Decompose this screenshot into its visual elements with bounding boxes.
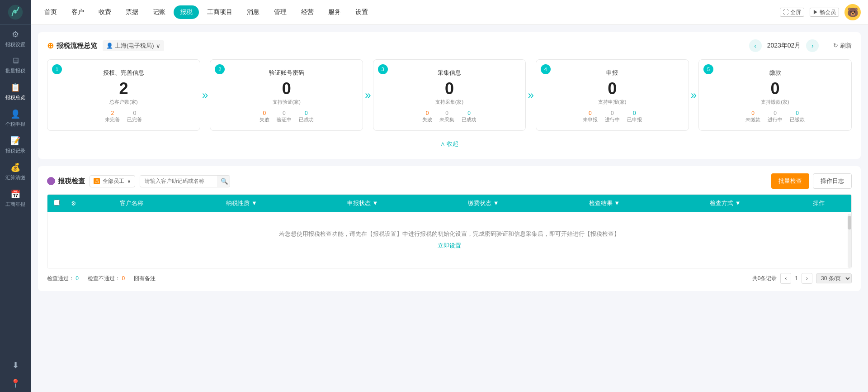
stat-item[interactable]: 0 未采集 (439, 110, 454, 123)
sidebar: ⚙ 报税设置 🖥 批量报税 📋 报税总览 👤 个税申报 📝 报税记录 💰 汇算清… (0, 0, 31, 392)
next-month-btn[interactable]: › (806, 39, 819, 52)
step-big-num-3: 0 (381, 81, 519, 97)
nav-item-accounting[interactable]: 记账 (146, 5, 172, 19)
header-row: ⚙ 客户名称 纳税性质 ▼ 申报状态 ▼ 缴费状态 ▼ 检查结果 ▼ 检查方式 … (47, 195, 851, 212)
step-number-3: 3 (378, 64, 388, 74)
sidebar-label-tax-records: 报税记录 (5, 148, 25, 154)
refresh-btn[interactable]: ↻ 刷新 (833, 42, 852, 50)
stat-item[interactable]: 0 已成功 (462, 110, 476, 123)
sidebar-bottom: ⬇ 📍 (0, 356, 31, 392)
sidebar-item-location[interactable]: 📍 (0, 374, 31, 392)
divider (38, 131, 861, 131)
collapse-btn[interactable]: ∧ 收起 (47, 136, 852, 152)
filter-icon[interactable]: ▼ (251, 200, 257, 206)
prev-month-btn[interactable]: ‹ (749, 39, 762, 52)
filter-icon4[interactable]: ▼ (614, 200, 620, 206)
nav-item-operations[interactable]: 经营 (295, 5, 320, 19)
member-btn[interactable]: ▶ 畅会员 (810, 9, 839, 16)
sidebar-label-tax-overview: 报税总览 (5, 94, 25, 101)
sidebar-item-settlement[interactable]: 💰 汇算清缴 (4, 158, 27, 185)
flow-overview-header: ⊕ 报税流程总览 👤 上海(电子税局) ∨ ‹ 2023年02月 › ↻ 刷新 (47, 39, 852, 52)
flow-step-4: 4 申报 0 支持申报(家) 0 未申报 0 进行中 0 已申报 (536, 59, 689, 131)
stat-item[interactable]: 0 未缴款 (745, 110, 760, 123)
nav-item-service[interactable]: 服务 (322, 5, 347, 19)
flow-step-1: 1 授权、完善信息 2 总客户数(家) 2 未完善 0 已完善 (47, 59, 200, 131)
sidebar-logo (0, 0, 31, 25)
nav-item-settings[interactable]: 设置 (349, 5, 374, 19)
nav-item-management[interactable]: 管理 (268, 5, 293, 19)
prev-page-btn[interactable]: ‹ (780, 273, 791, 284)
nav-item-customers[interactable]: 客户 (65, 5, 90, 19)
stat-item[interactable]: 0 已申报 (627, 110, 642, 123)
step-number-1: 1 (52, 64, 62, 74)
arrow-right-icon: » (202, 89, 208, 101)
personal-tax-icon: 👤 (10, 109, 20, 119)
batch-tax-icon: 🖥 (11, 56, 19, 66)
sidebar-item-personal-tax[interactable]: 👤 个税申报 (4, 105, 27, 131)
sidebar-item-download[interactable]: ⬇ (0, 356, 31, 374)
nav-item-messages[interactable]: 消息 (241, 5, 266, 19)
sidebar-item-annual-report[interactable]: 📅 工商年报 (4, 185, 27, 211)
nav-item-fees[interactable]: 收费 (92, 5, 118, 19)
stat-item[interactable]: 0 进行中 (605, 110, 620, 123)
sidebar-item-tax-settings[interactable]: ⚙ 报税设置 (4, 25, 27, 52)
location-selector[interactable]: 👤 上海(电子税局) ∨ (103, 40, 164, 51)
search-input[interactable] (140, 176, 217, 186)
step-stats-3: 0 失败 0 未采集 0 已成功 (381, 110, 519, 123)
step-arrow-4: » (689, 59, 698, 131)
next-page-btn[interactable]: › (802, 273, 812, 284)
select-all-checkbox[interactable] (54, 200, 60, 206)
step-number-5: 5 (703, 64, 713, 74)
current-month: 2023年02月 (767, 42, 801, 50)
sidebar-items: ⚙ 报税设置 🖥 批量报税 📋 报税总览 👤 个税申报 📝 报税记录 💰 汇算清… (4, 25, 27, 211)
step-number-4: 4 (541, 64, 551, 74)
step-title-5: 缴款 (706, 69, 844, 77)
sidebar-item-batch-tax[interactable]: 🖥 批量报税 (4, 52, 27, 78)
sidebar-item-tax-records[interactable]: 📝 报税记录 (4, 131, 27, 158)
filter-icon3[interactable]: ▼ (493, 200, 499, 206)
employee-filter[interactable]: 员 全部员工 ∨ (90, 175, 135, 187)
nav-item-tax[interactable]: 报税 (174, 5, 199, 19)
annual-report-icon: 📅 (10, 189, 20, 199)
col-customer-name: 客户名称 (82, 195, 181, 212)
col-check-method: 检查方式 ▼ (665, 195, 786, 212)
step-sub-3: 支持采集(家) (381, 99, 519, 105)
top-nav: 首页客户收费票据记账报税工商项目消息管理经营服务设置 ⛶ 全屏 ▶ 畅会员 🐻 (31, 0, 868, 25)
stat-item[interactable]: 0 进行中 (768, 110, 783, 123)
stat-item[interactable]: 0 已成功 (299, 110, 314, 123)
check-title: 报税检查 (47, 177, 85, 186)
nav-item-invoices[interactable]: 票据 (119, 5, 145, 19)
stat-item[interactable]: 0 未申报 (583, 110, 598, 123)
step-arrow-2: » (363, 59, 373, 131)
nav-item-bizproject[interactable]: 工商项目 (201, 5, 239, 19)
step-title-1: 授权、完善信息 (55, 69, 193, 77)
stat-item[interactable]: 0 已完善 (127, 110, 142, 123)
stat-item[interactable]: 0 失败 (422, 110, 432, 123)
search-button[interactable]: 🔍 (217, 176, 230, 187)
col-payment-status: 缴费状态 ▼ (423, 195, 544, 212)
filter-icon2[interactable]: ▼ (372, 200, 378, 206)
setup-link[interactable]: 立即设置 (57, 242, 842, 250)
settlement-icon: 💰 (10, 163, 20, 172)
step-title-4: 申报 (543, 69, 681, 77)
fullscreen-btn[interactable]: ⛶ 全屏 (780, 9, 804, 16)
flow-step-5: 5 缴款 0 支持缴款(家) 0 未缴款 0 进行中 0 已缴款 (698, 59, 852, 131)
nav-item-home[interactable]: 首页 (38, 5, 63, 19)
stat-item[interactable]: 0 已缴款 (790, 110, 805, 123)
operation-log-button[interactable]: 操作日志 (813, 173, 852, 189)
employee-icon: 员 (94, 178, 100, 184)
stat-item[interactable]: 0 验证中 (277, 110, 292, 123)
sidebar-item-tax-overview[interactable]: 📋 报税总览 (4, 78, 27, 105)
per-page-select[interactable]: 30 条/页 (816, 273, 852, 283)
step-arrow-3: » (526, 59, 535, 131)
stat-item[interactable]: 2 未完善 (105, 110, 120, 123)
check-actions: 批量检查 操作日志 (771, 173, 852, 189)
note-label: 囧有备注 (134, 275, 156, 282)
batch-check-button[interactable]: 批量检查 (771, 173, 809, 189)
current-page: 1 (795, 275, 798, 282)
stat-item[interactable]: 0 失败 (259, 110, 269, 123)
check-header: 报税检查 员 全部员工 ∨ 🔍 批量检查 操作日志 (47, 173, 852, 189)
nav-right: ⛶ 全屏 ▶ 畅会员 🐻 (780, 4, 861, 20)
plus-icon: ⊕ (47, 41, 54, 51)
filter-icon5[interactable]: ▼ (735, 200, 741, 206)
